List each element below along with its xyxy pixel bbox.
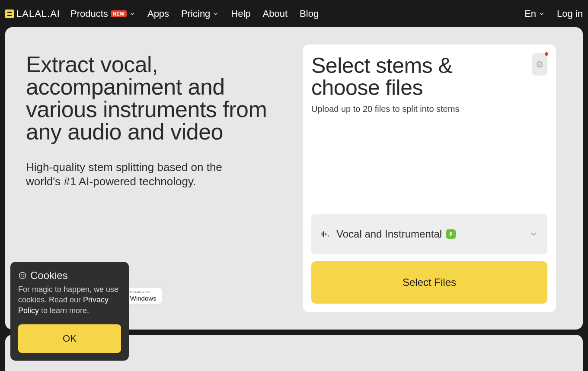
select-files-button[interactable]: Select Files — [311, 261, 547, 304]
svg-rect-9 — [323, 231, 324, 237]
language-selector[interactable]: En — [524, 8, 545, 19]
svg-point-15 — [23, 274, 24, 275]
nav-pricing[interactable]: Pricing — [181, 8, 219, 19]
nav-about[interactable]: About — [263, 8, 288, 19]
settings-button[interactable] — [532, 53, 547, 76]
login-label: Log in — [557, 8, 583, 19]
new-badge: NEW — [111, 10, 127, 17]
svg-rect-11 — [326, 234, 327, 235]
stem-label-wrap: Vocal and Instrumental — [336, 228, 523, 240]
chevron-down-icon — [529, 230, 538, 238]
store-text: Download for Windows — [130, 291, 157, 301]
chevron-down-icon — [129, 11, 135, 17]
quality-badge-icon — [446, 229, 456, 239]
cookie-text: For magic to happen, we use cookies. Rea… — [18, 284, 121, 316]
language-label: En — [524, 8, 536, 19]
chevron-down-icon — [539, 11, 545, 17]
nav-blog-label: Blog — [300, 8, 319, 19]
cookie-ok-label: OK — [63, 333, 77, 344]
svg-point-12 — [328, 235, 329, 237]
windows-small: Download for — [130, 291, 157, 294]
nav-about-label: About — [263, 8, 288, 19]
panel-title: Select stems & choose files — [311, 55, 547, 99]
cookie-title-row: Cookies — [18, 270, 121, 282]
cookie-icon — [18, 271, 27, 280]
header-right: En Log in — [524, 8, 583, 19]
nav-apps-label: Apps — [147, 8, 169, 19]
logo-mark-icon — [5, 10, 14, 18]
header: LALAL.AI Products NEW Apps Pricing Help … — [0, 0, 588, 27]
stem-selector[interactable]: Vocal and Instrumental — [311, 214, 547, 254]
cookie-popup: Cookies For magic to happen, we use cook… — [10, 262, 129, 361]
svg-point-7 — [539, 63, 540, 65]
notification-dot-icon — [545, 52, 548, 56]
windows-label: Windows — [130, 295, 157, 301]
main-nav: Products NEW Apps Pricing Help About Blo… — [70, 8, 319, 19]
svg-rect-10 — [325, 233, 326, 235]
select-files-label: Select Files — [403, 276, 456, 289]
nav-pricing-label: Pricing — [181, 8, 210, 19]
hero-subtitle: High-quality stem splitting based on the… — [26, 160, 233, 188]
nav-products-label: Products — [70, 8, 108, 19]
svg-point-14 — [21, 274, 22, 275]
nav-help[interactable]: Help — [231, 8, 250, 19]
panel-subtitle: Upload up to 20 files to split into stem… — [311, 104, 547, 114]
stem-option-label: Vocal and Instrumental — [336, 228, 442, 240]
upload-panel: Select stems & choose files Upload up to… — [303, 44, 556, 312]
waveform-icon — [321, 229, 330, 239]
svg-rect-8 — [322, 232, 323, 235]
nav-products[interactable]: Products NEW — [70, 8, 135, 19]
cookie-line2: to learn more. — [39, 306, 89, 315]
nav-help-label: Help — [231, 8, 250, 19]
logo-text: LALAL.AI — [16, 8, 60, 19]
svg-point-16 — [22, 276, 22, 277]
nav-blog[interactable]: Blog — [300, 8, 319, 19]
cookie-title: Cookies — [30, 270, 68, 282]
chevron-down-icon — [213, 11, 219, 17]
logo[interactable]: LALAL.AI — [5, 8, 60, 19]
gear-icon — [536, 60, 543, 68]
svg-point-17 — [23, 276, 24, 277]
login-link[interactable]: Log in — [557, 8, 583, 19]
svg-point-13 — [19, 273, 26, 279]
nav-apps[interactable]: Apps — [147, 8, 169, 19]
hero-title: Extract vocal, accompaniment and various… — [26, 53, 285, 143]
cookie-ok-button[interactable]: OK — [18, 324, 121, 353]
